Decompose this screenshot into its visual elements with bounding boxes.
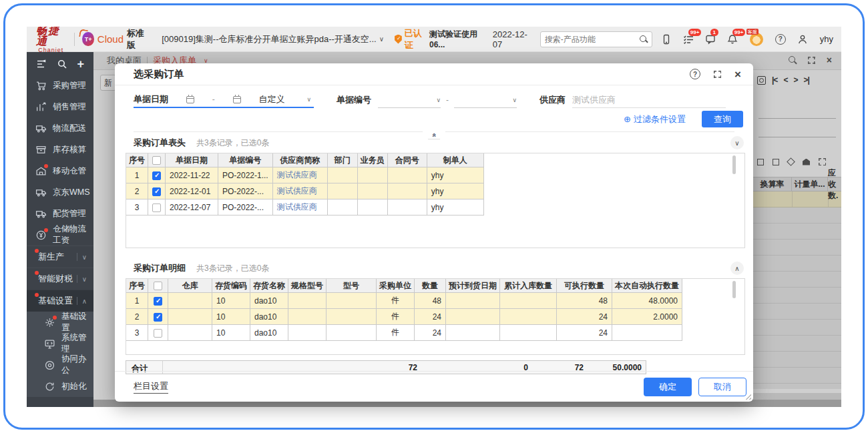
red-dot-badge — [53, 316, 57, 320]
user-icon[interactable] — [797, 33, 809, 45]
username[interactable]: yhy — [820, 34, 833, 44]
calendar-icon[interactable] — [233, 96, 241, 103]
sidebar-item-warehouse-payroll[interactable]: 仓储物流工资 — [27, 224, 93, 246]
cancel-button[interactable]: 取消 — [698, 378, 746, 396]
mobile-app-icon[interactable] — [660, 33, 672, 45]
confirm-button[interactable]: 确定 — [644, 378, 692, 396]
query-button[interactable]: 查询 — [702, 111, 743, 127]
row-checkbox[interactable] — [152, 187, 161, 196]
dialog-close-icon[interactable]: × — [734, 71, 741, 78]
sidebar-item-initialization[interactable]: 初始化 — [27, 376, 93, 397]
chevron-down-icon[interactable]: ∨ — [379, 35, 384, 43]
column-settings-link[interactable]: 栏目设置 — [134, 380, 168, 394]
cell-salesman — [357, 167, 387, 183]
search-icon[interactable] — [640, 35, 648, 43]
vertical-scrollbar[interactable] — [732, 281, 736, 298]
section-record-count: 共3条记录，已选0条 — [196, 263, 269, 274]
sidebar-item-label: 物流配送 — [53, 123, 86, 134]
row-checkbox[interactable] — [154, 313, 162, 322]
col-contract: 合同号 — [387, 153, 427, 167]
product-search-input[interactable] — [545, 35, 640, 44]
help-icon[interactable]: ? — [775, 33, 787, 45]
messages-icon[interactable]: 1 — [704, 33, 716, 45]
support-mascot-icon[interactable]: 客服 — [748, 32, 765, 47]
sidebar-item-sales[interactable]: 销售管理 — [27, 96, 93, 117]
order-header-row[interactable]: 3 2022-12-07 PO-2022-... 测试供应商 yhy — [126, 199, 484, 215]
order-header-row[interactable]: 2 2022-12-01 PO-2022-... 测试供应商 yhy — [126, 183, 484, 199]
date-preset-select[interactable]: 自定义 — [259, 93, 285, 105]
order-detail-row[interactable]: 2 10 dao10 件 24 24 2.0000 — [126, 309, 682, 325]
target-icon — [44, 360, 55, 371]
col-seq: 序号 — [126, 279, 148, 293]
row-checkbox[interactable] — [152, 171, 161, 180]
select-all-checkbox[interactable] — [152, 156, 161, 165]
sidebar-search-icon[interactable] — [57, 59, 67, 69]
cell-salesman — [357, 199, 387, 215]
sidebar-item-label: 采购管理 — [53, 80, 86, 91]
sidebar-item-collaboration[interactable]: 协同办公 — [27, 354, 93, 376]
col-item-code: 存货编码 — [212, 279, 250, 293]
sidebar-item-system-admin[interactable]: 系统管理 — [27, 333, 93, 354]
notifications-bell-icon[interactable]: 99+ — [726, 33, 738, 45]
vertical-scrollbar[interactable] — [732, 155, 736, 174]
filter-settings-link[interactable]: ⊕ 过滤条件设置 — [624, 113, 686, 125]
order-header-row[interactable]: 1 2022-11-22 PO-2022-1... 测试供应商 yhy — [126, 167, 484, 183]
cell-received-qty — [500, 325, 557, 341]
sidebar-item-inventory[interactable]: 库存核算 — [27, 139, 93, 160]
dialog-footer: 栏目设置 确定 取消 — [115, 371, 753, 402]
account-selector[interactable]: [009019]集测--仓库标准分开单据立账异pda--开通友空... — [162, 33, 376, 45]
col-warehouse: 仓库 — [168, 279, 212, 293]
select-all-checkbox[interactable] — [154, 282, 162, 290]
sidebar-item-label: 库存核算 — [53, 144, 86, 155]
chevron-down-icon[interactable]: ∨ — [82, 276, 87, 283]
doc-no-from-select[interactable]: ∨ — [378, 92, 441, 108]
chevron-down-icon[interactable]: ∨ — [306, 96, 311, 103]
dialog-maximize-icon[interactable] — [714, 71, 721, 78]
calendar-icon[interactable] — [186, 96, 194, 103]
row-checkbox[interactable] — [154, 297, 162, 306]
sidebar-item-distribution[interactable]: 配货管理 — [27, 203, 93, 224]
sidebar-item-logistics[interactable]: 物流配送 — [27, 117, 93, 139]
add-icon[interactable]: + — [77, 59, 84, 69]
cart-icon — [35, 80, 47, 91]
section-collapse-icon[interactable]: ∨ — [730, 136, 744, 149]
sidebar-item-purchase[interactable]: 采购管理 — [27, 75, 93, 96]
sidebar-item-label: 配货管理 — [53, 208, 86, 220]
row-checkbox[interactable] — [154, 329, 162, 338]
section-collapse-icon[interactable]: ∧ — [730, 262, 744, 275]
menu-collapse-icon[interactable] — [36, 59, 47, 69]
doc-no-to-select[interactable]: ∨ — [454, 92, 517, 108]
sidebar-group-label: 基础设置 — [38, 295, 73, 307]
col-creator: 制单人 — [427, 153, 483, 167]
chevron-up-icon[interactable]: ∧ — [82, 298, 87, 305]
messages-badge: 1 — [710, 29, 718, 36]
sidebar-item-basic-settings[interactable]: 基础设置 — [27, 312, 93, 333]
order-detail-row[interactable]: 1 10 dao10 件 48 48 48.0000 — [126, 293, 682, 309]
order-detail-row[interactable]: 3 10 dao10 件 24 24 — [126, 325, 682, 341]
row-checkbox[interactable] — [152, 203, 161, 212]
sidebar-item-label: 移动仓管 — [53, 165, 86, 177]
sidebar-group-production[interactable]: 新生产 ∨ — [27, 246, 93, 268]
chevron-down-icon[interactable]: ∨ — [82, 254, 87, 261]
sidebar-group-label: 智能财税 — [38, 273, 73, 285]
cell-model — [327, 325, 377, 341]
cell-unit: 件 — [377, 325, 415, 341]
sidebar-item-mobile-warehouse[interactable]: 移动仓管 — [27, 160, 93, 181]
sidebar-item-jd-wms[interactable]: 京东WMS — [27, 181, 93, 203]
cell-item-name: dao10 — [250, 325, 288, 341]
doc-date-range-picker[interactable]: 单据日期 - 自定义 ∨ — [134, 92, 314, 108]
cell-model — [327, 309, 377, 325]
sidebar-group-basic-settings[interactable]: 基础设置 ∧ — [27, 290, 93, 312]
logo-text: 畅捷通 — [36, 27, 66, 47]
cell-contract — [387, 183, 427, 199]
dialog-help-icon[interactable]: ? — [690, 69, 700, 79]
cell-doc-date: 2022-11-22 — [166, 167, 218, 183]
support-tag: 客服 — [746, 29, 758, 35]
col-select — [148, 153, 166, 167]
certified-shield-icon — [395, 35, 402, 44]
tasks-icon[interactable]: 99+ — [682, 33, 694, 45]
supplier-input[interactable]: 测试供应商 — [572, 92, 726, 108]
sidebar-group-finance-tax[interactable]: 智能财税 ∨ — [27, 268, 93, 290]
product-search[interactable] — [540, 31, 652, 47]
doc-no-range-filter: 单据编号 ∨ - ∨ — [337, 92, 517, 108]
